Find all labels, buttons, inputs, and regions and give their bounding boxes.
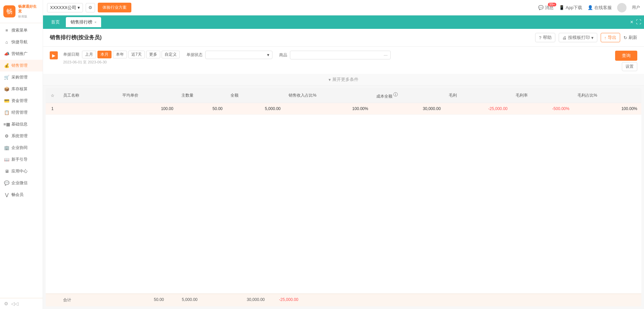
query-button[interactable]: 查询 (615, 51, 637, 61)
trial-button[interactable]: 体验行业方案 (98, 3, 131, 12)
service-icon: 👤 (588, 5, 593, 10)
app-download-button[interactable]: 📱 App下载 (559, 5, 582, 11)
date-filter: 单据日期 上月 本月 本年 近7天 更多 自定义 (63, 51, 180, 58)
sidebar-item-apps[interactable]: 🖥 应用中心 (0, 165, 43, 177)
collapse-icon[interactable]: ◁◁ (11, 301, 18, 306)
goods-filter-col: 商品 ··· (279, 51, 391, 59)
date-option-more[interactable]: 更多 (146, 51, 160, 58)
col-profit: 毛利 (445, 88, 512, 103)
footer-amount-cell: 5,000.00 (164, 297, 198, 303)
tab-maximize-icon[interactable]: ⛶ (636, 19, 641, 25)
date-option-this-year[interactable]: 本年 (113, 51, 127, 58)
tab-minimize-icon[interactable]: × (630, 19, 633, 25)
page-actions: ? 帮助 🖨 按模板打印 ▾ ↑ 导出 ↻ 刷新 (535, 33, 637, 42)
footer-cost-cell: 30,000.00 (231, 297, 265, 303)
wechat-icon: 💬 (4, 180, 9, 186)
download-icon: 📱 (559, 5, 564, 10)
settings-button[interactable]: 设置 (622, 62, 637, 71)
sidebar-item-label: 经营管理 (11, 110, 28, 115)
sidebar-item-sales[interactable]: 💰 销售管理 (0, 60, 43, 71)
sidebar-item-search[interactable]: ≡ 搜索菜单 (0, 24, 43, 36)
date-option-this-month[interactable]: 本月 (97, 51, 112, 58)
header-settings-btn[interactable]: ⚙ (86, 3, 95, 12)
help-icon: ? (539, 35, 541, 40)
table-header: ☆ 员工名称 平均单价 主数量 全额 销售收入占比% 成本全额 ⓘ 毛利 毛利率… (46, 88, 641, 103)
app-edition: 标准版 (18, 14, 39, 19)
filter-columns: 单据日期 上月 本月 本年 近7天 更多 自定义 2023-06-01 至 20… (63, 51, 610, 65)
sidebar-item-label: 采购管理 (11, 74, 28, 80)
sidebar-item-management[interactable]: 📋 经营管理 (0, 107, 43, 118)
date-option-custom[interactable]: 自定义 (162, 51, 180, 58)
online-service-label: 在线客服 (594, 5, 612, 11)
col-profit-pct: 毛利占比% (573, 88, 641, 103)
chevron-down-icon: ▾ (329, 77, 331, 82)
filter-section: ▶ 单据日期 上月 本月 本年 近7天 更多 自定义 (43, 47, 644, 74)
sidebar-item-finance[interactable]: 💳 资金管理 (0, 95, 43, 107)
sidebar-item-wechat[interactable]: 💬 企业微信 (0, 177, 43, 189)
home-icon: ⌂ (4, 39, 9, 45)
filter-row: ▶ 单据日期 上月 本月 本年 近7天 更多 自定义 (50, 51, 637, 71)
print-button[interactable]: 🖨 按模板打印 ▾ (559, 33, 597, 42)
cell-amount: 5,000.00 (226, 103, 285, 115)
company-selector[interactable]: XXXXXX公司 ▾ (47, 3, 83, 12)
status-chevron-icon: ▾ (267, 52, 269, 57)
refresh-icon: ↻ (624, 35, 627, 40)
sidebar-logo: 畅 畅康通好生意 标准版 (0, 0, 43, 23)
filter-toggle-btn[interactable]: ▶ (50, 51, 58, 59)
guide-icon: 📖 (4, 157, 9, 162)
sidebar-item-guide[interactable]: 📖 新手引导 (0, 154, 43, 165)
message-icon: 💬 (538, 5, 544, 10)
sidebar-item-label: 基础信息 (11, 121, 28, 127)
help-button[interactable]: ? 帮助 (535, 33, 555, 42)
main-content: XXXXXX公司 ▾ ⚙ 体验行业方案 💬 消息 99+ 📱 App下载 👤 在… (43, 0, 644, 309)
export-button[interactable]: ↑ 导出 (601, 33, 620, 42)
sales-icon: 💰 (4, 63, 9, 68)
sidebar-item-label: 系统管理 (11, 133, 28, 139)
tab-close-icon[interactable]: × (94, 20, 96, 24)
expand-conditions-btn[interactable]: ▾ 展开更多条件 (329, 76, 358, 83)
message-button[interactable]: 💬 消息 99+ (538, 5, 554, 11)
export-icon: ↑ (604, 35, 607, 40)
date-filter-label: 单据日期 (63, 52, 79, 57)
footer-qty-cell: 50.00 (137, 297, 164, 303)
col-name: 员工名称 (59, 88, 118, 103)
cell-name (59, 103, 118, 115)
settings-footer-icon[interactable]: ⚙ (4, 301, 8, 306)
user-avatar[interactable] (617, 3, 627, 12)
tab-bar: 首页 销售排行榜 × × ⛶ (43, 15, 644, 29)
print-icon: 🖨 (562, 35, 567, 40)
sidebar-item-inventory[interactable]: 📦 库存核算 (0, 83, 43, 95)
results-table: ☆ 员工名称 平均单价 主数量 全额 销售收入占比% 成本全额 ⓘ 毛利 毛利率… (46, 88, 641, 115)
date-range: 2023-06-01 至 2023-06-30 (63, 60, 180, 65)
table-body: 1 100.00 50.00 5,000.00 100.00% 30,000.0… (46, 103, 641, 115)
sidebar-item-system[interactable]: ⚙ 系统管理 (0, 130, 43, 142)
date-option-prev-month[interactable]: 上月 (82, 51, 96, 58)
goods-more-icon[interactable]: ··· (384, 52, 388, 58)
status-select[interactable]: ▾ (205, 51, 272, 59)
date-options: 上月 本月 本年 近7天 更多 自定义 (82, 51, 180, 58)
refresh-button[interactable]: ↻ 刷新 (624, 35, 637, 41)
goods-input[interactable]: ··· (290, 51, 391, 59)
sidebar-item-member[interactable]: ⋁ 畅会员 (0, 189, 43, 201)
col-sales-pct: 销售收入占比% (285, 88, 372, 103)
sidebar-item-basic-info[interactable]: ≡▦ 基础信息 (0, 118, 43, 130)
cell-sales-pct: 100.00% (285, 103, 372, 115)
status-filter-col: 单据状态 ▾ (186, 51, 272, 59)
sidebar-item-purchase[interactable]: 🛒 采购管理 (0, 71, 43, 83)
user-name: 用户 (632, 5, 640, 10)
goods-filter: 商品 ··· (279, 51, 391, 59)
date-filter-col: 单据日期 上月 本月 本年 近7天 更多 自定义 2023-06-01 至 20… (63, 51, 180, 65)
col-profit-rate: 毛利率 (512, 88, 573, 103)
marketing-icon: 📣 (4, 51, 9, 56)
sidebar-item-marketing[interactable]: 📣 营销推广 (0, 48, 43, 60)
tab-home[interactable]: 首页 (46, 17, 65, 27)
sidebar-item-nav[interactable]: ⌂ 快捷导航 (0, 36, 43, 48)
tab-sales-rank[interactable]: 销售排行榜 × (66, 17, 101, 27)
online-service-button[interactable]: 👤 在线客服 (588, 5, 612, 11)
sidebar-item-label: 畅会员 (11, 192, 24, 198)
sidebar-item-label: 快捷导航 (11, 39, 28, 45)
footer-avg-price-cell (107, 297, 137, 303)
finance-icon: 💳 (4, 98, 9, 103)
date-option-7days[interactable]: 近7天 (128, 51, 145, 58)
sidebar-item-enterprise[interactable]: 🏢 企业协同 (0, 142, 43, 154)
